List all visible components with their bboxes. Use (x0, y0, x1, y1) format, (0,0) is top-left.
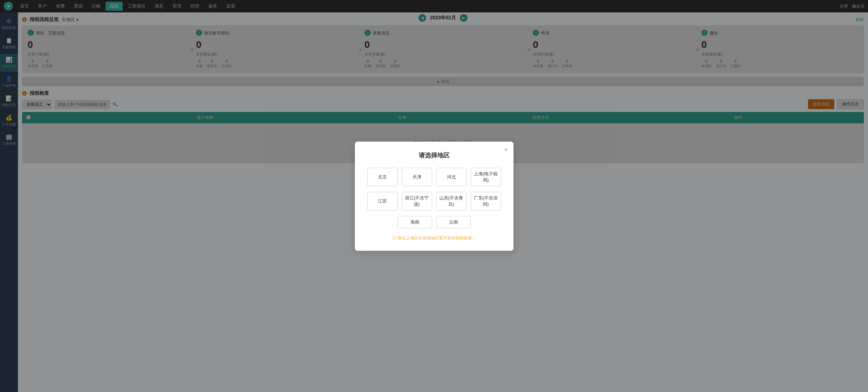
region-row-1: 北京 天津 河北 上海(电子税局) (367, 168, 501, 186)
region-shandong[interactable]: 山东(不含青岛) (436, 192, 467, 210)
region-row-3: 海南 云南 (367, 216, 501, 228)
warning-icon: ⓘ (392, 235, 396, 241)
region-select-modal: × 请选择地区 北京 天津 河北 上海(电子税局) 江苏 浙江(不含宁波) 山东… (355, 142, 513, 251)
region-row-2: 江苏 浙江(不含宁波) 山东(不含青岛) 广东(不含深圳) (367, 192, 501, 210)
modal-warning: ⓘ 除以上地区外其他地区暂不支持报税检查！ (367, 235, 501, 241)
region-beijing[interactable]: 北京 (367, 168, 398, 186)
modal-close-btn[interactable]: × (504, 146, 508, 154)
region-zhejiang[interactable]: 浙江(不含宁波) (402, 192, 432, 210)
region-tianjin[interactable]: 天津 (402, 168, 432, 186)
warning-text: 除以上地区外其他地区暂不支持报税检查！ (398, 235, 476, 241)
region-yunnan[interactable]: 云南 (436, 216, 471, 228)
region-hainan[interactable]: 海南 (398, 216, 432, 228)
region-hebei[interactable]: 河北 (436, 168, 467, 186)
region-shanghai[interactable]: 上海(电子税局) (471, 168, 501, 186)
modal-overlay[interactable]: × 请选择地区 北京 天津 河北 上海(电子税局) 江苏 浙江(不含宁波) 山东… (0, 0, 868, 392)
region-guangdong[interactable]: 广东(不含深圳) (471, 192, 501, 210)
region-jiangsu[interactable]: 江苏 (367, 192, 398, 210)
modal-title: 请选择地区 (367, 151, 501, 159)
